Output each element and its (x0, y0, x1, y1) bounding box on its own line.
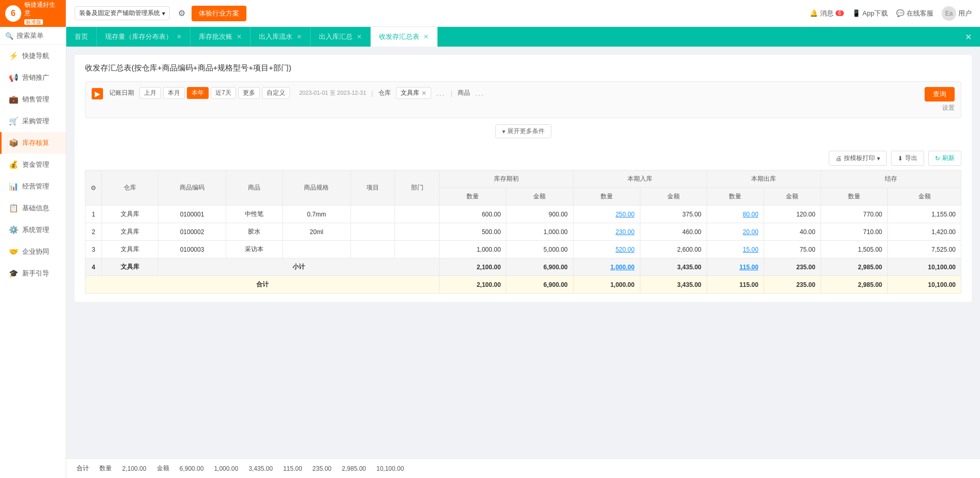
bottom-open-qty: 2,100.00 (122, 465, 147, 472)
date-btn-last-month[interactable]: 上月 (139, 87, 161, 99)
sidebar-nav: ⚡ 快捷导航 📢 营销推广 💼 销售管理 🛒 采购管理 📦 库存核算 💰 资金管… (0, 45, 66, 478)
notification-label: 消息 (820, 9, 833, 18)
sidebar-item-purchase[interactable]: 🛒 采购管理 (0, 110, 66, 132)
tab-batch-ledger-close[interactable]: ✕ (237, 33, 242, 40)
phone-icon: 📱 (852, 9, 860, 17)
tabbar-close-all[interactable]: ✕ (961, 32, 976, 42)
settings-gear-icon[interactable]: ⚙ (178, 8, 185, 18)
notification-badge: 6 (836, 10, 844, 16)
search-icon: 🔍 (5, 32, 13, 40)
operation-label: 经营管理 (22, 182, 49, 191)
tab-summary-in-out[interactable]: 出入库汇总 ✕ (311, 27, 371, 47)
col-out-amt-header: 金额 (764, 188, 821, 206)
app-download-label: App下载 (862, 9, 888, 18)
table-row: 1 文具库 0100001 中性笔 0.7mm 600.00 900.00 25… (85, 206, 961, 223)
chevron-down-icon: ▾ (877, 155, 880, 162)
refresh-btn[interactable]: ↻ 刷新 (928, 151, 961, 166)
expand-conditions-btn[interactable]: ▾ 展开更多条件 (495, 124, 551, 138)
sidebar-item-guide[interactable]: 🎓 新手引导 (0, 263, 66, 284)
sidebar-item-inventory[interactable]: 📦 库存核算 (0, 132, 66, 154)
operation-icon: 📊 (9, 182, 18, 191)
system-name: 装备及固定资产辅助管理系统 (79, 9, 160, 18)
sidebar-item-marketing[interactable]: 📢 营销推广 (0, 67, 66, 89)
logo-icon: 6 (5, 5, 21, 22)
expand-down-icon: ▾ (502, 128, 505, 135)
tab-flow-close[interactable]: ✕ (297, 33, 302, 40)
print-template-btn[interactable]: 🖨 按模板打印 ▾ (829, 151, 887, 166)
warehouse-more-btn[interactable]: ... (436, 89, 446, 97)
col-open-qty-header: 数量 (440, 188, 506, 206)
tab-recv-send-close[interactable]: ✕ (423, 33, 429, 40)
date-btn-7days[interactable]: 近7天 (211, 87, 236, 99)
product-filter-label: 商品 (458, 89, 470, 97)
query-button[interactable]: 查询 (925, 87, 955, 102)
tab-flow[interactable]: 出入库流水 ✕ (251, 27, 311, 47)
date-btn-more[interactable]: 更多 (238, 87, 260, 99)
settings-link[interactable]: 设置 (942, 104, 955, 112)
tab-home[interactable]: 首页 (66, 27, 97, 47)
print-icon: 🖨 (836, 155, 842, 162)
bottom-close-amt: 10,100.00 (376, 465, 404, 472)
user-item[interactable]: Ea 用户 (942, 6, 972, 21)
warehouse-tag-text: 文具库 (401, 89, 419, 97)
topbar-right: 🔔 消息 6 📱 App下载 💬 在线客服 Ea 用户 (810, 6, 972, 21)
date-btn-this-month[interactable]: 本月 (163, 87, 185, 99)
data-table: ⚙ 仓库 商品编码 商品 商品规格 项目 部门 库存期初 本期入库 本期出库 结… (85, 170, 961, 294)
tab-recv-send[interactable]: 收发存汇总表 ✕ (371, 27, 437, 47)
filter-collapse-btn[interactable]: ▶ (92, 88, 103, 99)
sidebar-item-operation[interactable]: 📊 经营管理 (0, 176, 66, 197)
table-row: 2 文具库 0100002 胶水 20ml 500.00 1,000.00 23… (85, 223, 961, 241)
sidebar-item-cooperation[interactable]: 🤝 企业协同 (0, 241, 66, 263)
quick-nav-icon: ⚡ (9, 51, 18, 61)
tab-summary-in-out-close[interactable]: ✕ (357, 33, 362, 40)
topbar: 装备及固定资产辅助管理系统 ▾ ⚙ 体验行业方案 🔔 消息 6 📱 App下载 … (66, 0, 980, 27)
table-row: 3 文具库 0100003 采访本 1,000.00 5,000.00 520.… (85, 241, 961, 258)
sidebar-item-base-info[interactable]: 📋 基础信息 (0, 197, 66, 219)
tab-batch-ledger[interactable]: 库存批次账 ✕ (191, 27, 251, 47)
system-selector[interactable]: 装备及固定资产辅助管理系统 ▾ (75, 6, 170, 20)
product-more-btn[interactable]: ... (475, 89, 485, 97)
trial-button[interactable]: 体验行业方案 (192, 6, 246, 21)
date-btn-this-year[interactable]: 本年 (187, 87, 209, 99)
export-label: 导出 (905, 154, 917, 163)
bottom-out-amt: 235.00 (313, 465, 332, 472)
sidebar-logo[interactable]: 6 畅捷通好生意 标准版 (0, 0, 66, 27)
search-menu-item[interactable]: 🔍 搜索菜单 (0, 27, 66, 45)
chevron-down-icon: ▾ (162, 10, 165, 17)
page-card: 收发存汇总表(按仓库+商品编码+商品+规格型号+项目+部门) ▶ 记账日期 上月… (75, 55, 972, 302)
col-code-header: 商品编码 (158, 170, 226, 206)
bottom-open-amt: 6,900.00 (180, 465, 204, 472)
col-spec-header: 商品规格 (283, 170, 351, 206)
col-out-qty-header: 数量 (707, 188, 764, 206)
tab-inventory-dist-close[interactable]: ✕ (177, 33, 182, 40)
warehouse-tag: 文具库 ✕ (396, 87, 431, 99)
app-download-item[interactable]: 📱 App下载 (852, 9, 888, 18)
bottom-in-qty: 1,000.00 (214, 465, 238, 472)
sidebar-item-system[interactable]: ⚙️ 系统管理 (0, 219, 66, 241)
online-service-item[interactable]: 💬 在线客服 (896, 9, 933, 18)
sidebar: 6 畅捷通好生意 标准版 🔍 搜索菜单 ⚡ 快捷导航 📢 营销推广 💼 销售管理… (0, 0, 66, 478)
tab-batch-ledger-label: 库存批次账 (199, 32, 232, 41)
footer-close-qty: 2,985.00 (821, 276, 887, 294)
guide-label: 新手引导 (22, 269, 49, 278)
export-btn[interactable]: ⬇ 导出 (891, 151, 924, 166)
bottom-total-label: 合计 (77, 464, 89, 473)
sidebar-item-quick-nav[interactable]: ⚡ 快捷导航 (0, 45, 66, 67)
print-label: 按模板打印 (844, 154, 875, 163)
avatar-initials: Ea (945, 10, 953, 17)
warehouse-tag-close[interactable]: ✕ (421, 90, 427, 97)
col-settings-header[interactable]: ⚙ (85, 170, 102, 206)
quick-nav-label: 快捷导航 (22, 51, 49, 61)
tab-inventory-dist-label: 现存量（库存分布表） (105, 32, 172, 41)
notification-item[interactable]: 🔔 消息 6 (810, 9, 844, 18)
sidebar-item-sales[interactable]: 💼 销售管理 (0, 89, 66, 110)
date-btn-custom[interactable]: 自定义 (262, 87, 290, 99)
base-info-icon: 📋 (9, 204, 18, 213)
tab-inventory-dist[interactable]: 现存量（库存分布表） ✕ (97, 27, 191, 47)
sidebar-item-finance[interactable]: 💰 资金管理 (0, 154, 66, 176)
col-open-amt-header: 金额 (506, 188, 573, 206)
footer-open-qty: 2,100.00 (440, 276, 506, 294)
marketing-label: 营销推广 (22, 73, 49, 82)
main-content: 收发存汇总表(按仓库+商品编码+商品+规格型号+项目+部门) ▶ 记账日期 上月… (66, 47, 980, 478)
col-in-amt-header: 金额 (640, 188, 707, 206)
